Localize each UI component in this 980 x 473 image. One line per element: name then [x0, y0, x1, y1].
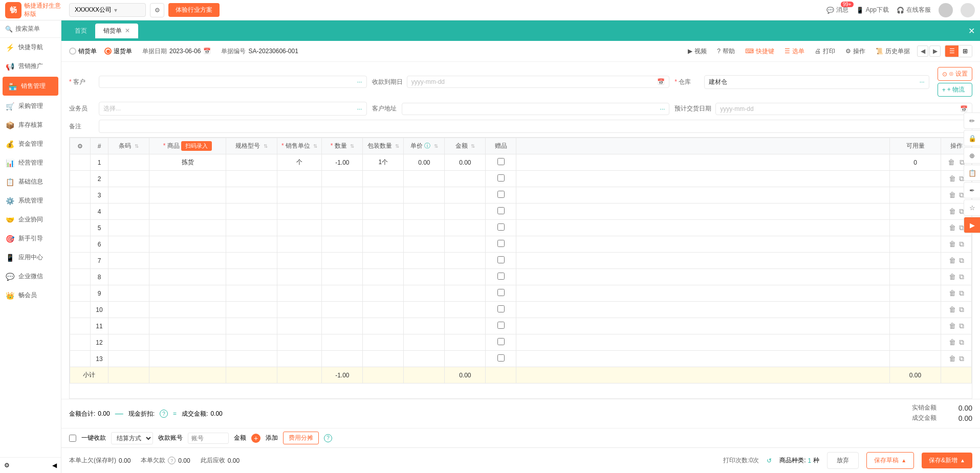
right-btn-orange[interactable]: ▶: [964, 217, 980, 233]
row-gift-checkbox[interactable]: [497, 223, 505, 231]
customer-addr-input[interactable]: ···: [402, 103, 670, 115]
row1-gift[interactable]: [486, 154, 516, 171]
sidebar-item-app-center[interactable]: 📱 应用中心: [0, 248, 61, 267]
expense-help-icon[interactable]: ?: [324, 434, 332, 442]
product-type-selector[interactable]: 商品种类: 1 种: [779, 456, 819, 465]
sidebar-item-wechat[interactable]: 💬 企业微信: [0, 267, 61, 286]
expected-calendar-icon[interactable]: 📅: [960, 105, 968, 112]
copy-icon[interactable]: ⧉: [959, 223, 964, 232]
copy-icon[interactable]: ⧉: [959, 289, 964, 297]
copy-icon[interactable]: ⧉: [959, 240, 964, 248]
salesperson-input[interactable]: 选择... ···: [99, 102, 367, 116]
copy-icon[interactable]: ⧉: [959, 273, 964, 281]
discount-help-icon[interactable]: ?: [160, 410, 168, 418]
row-gift-checkbox[interactable]: [497, 289, 505, 296]
list-view-btn[interactable]: ☰: [945, 46, 959, 57]
row-gift-checkbox[interactable]: [497, 191, 505, 198]
ops-button[interactable]: ⚙ 操作: [842, 46, 868, 57]
delete-icon[interactable]: 🗑: [949, 223, 956, 232]
delete-icon[interactable]: 🗑: [949, 256, 956, 264]
right-btn-1[interactable]: ✏: [964, 112, 980, 129]
row-gift-checkbox[interactable]: [497, 207, 505, 214]
row1-unit[interactable]: 个: [277, 154, 322, 171]
sidebar-item-enterprise[interactable]: 🤝 企业协同: [0, 210, 61, 229]
online-service-button[interactable]: 🎧 在线客服: [897, 6, 931, 14]
right-btn-5[interactable]: ✒: [964, 182, 980, 198]
add-payment-button[interactable]: +: [251, 434, 260, 443]
settings-button[interactable]: ⊙ ⊙ 设置: [938, 67, 972, 81]
delete-icon[interactable]: 🗑: [949, 174, 956, 183]
doc-short-help-icon[interactable]: ?: [168, 457, 176, 464]
sidebar-item-purchase[interactable]: 🛒 采购管理: [0, 97, 61, 116]
right-btn-2[interactable]: 🔒: [964, 130, 980, 146]
right-btn-6[interactable]: ☆: [964, 199, 980, 216]
expected-date-input[interactable]: yyyy-mm-dd 📅: [715, 103, 972, 115]
one-click-pay-checkbox[interactable]: [69, 435, 76, 442]
right-btn-3[interactable]: ⊕: [964, 147, 980, 164]
settings-gear-button[interactable]: ⚙: [150, 3, 164, 17]
delete-icon[interactable]: 🗑: [949, 240, 956, 248]
row-gift-checkbox[interactable]: [497, 273, 505, 280]
app-download-button[interactable]: 📱 App下载: [856, 6, 889, 14]
video-button[interactable]: ▶ 视频: [685, 46, 710, 57]
salesperson-ellipsis[interactable]: ···: [357, 105, 362, 112]
save-new-button[interactable]: 保存&新增 ▲: [922, 453, 972, 468]
refresh-icon[interactable]: ↺: [767, 457, 772, 464]
help-button[interactable]: ? 帮助: [714, 46, 738, 57]
copy-icon[interactable]: ⧉: [959, 174, 964, 183]
row1-barcode[interactable]: [108, 154, 149, 171]
row1-product[interactable]: 拣货: [149, 154, 226, 171]
sidebar-search[interactable]: 🔍 搜索菜单: [0, 20, 61, 38]
sidebar-item-basic-info[interactable]: 📋 基础信息: [0, 172, 61, 191]
delete-icon[interactable]: 🗑: [949, 305, 956, 313]
account-input[interactable]: [188, 433, 229, 444]
collapse-icon[interactable]: ◀: [52, 462, 57, 469]
delete-icon[interactable]: 🗑: [949, 289, 956, 297]
warehouse-input[interactable]: 建材仓 ···: [704, 75, 929, 89]
user-avatar-2[interactable]: [961, 3, 975, 17]
copy-icon[interactable]: ⧉: [959, 305, 964, 313]
row1-qty[interactable]: -1.00: [322, 154, 363, 171]
copy-icon[interactable]: ⧉: [959, 207, 964, 215]
scan-button[interactable]: 扫码录入: [181, 141, 212, 151]
shortcut-button[interactable]: ⌨ 快捷键: [742, 46, 777, 57]
delete-icon[interactable]: 🗑: [949, 338, 956, 346]
sidebar-item-inventory[interactable]: 📦 库存核算: [0, 116, 61, 134]
company-selector[interactable]: XXXXXX公司 ▾: [69, 3, 146, 17]
delete-icon[interactable]: 🗑: [949, 322, 956, 330]
row1-spec[interactable]: [226, 154, 277, 171]
delete-icon[interactable]: 🗑: [949, 207, 956, 215]
prev-arrow[interactable]: ◀: [917, 46, 928, 57]
row-gift-checkbox[interactable]: [497, 240, 505, 247]
sidebar-item-finance[interactable]: 💰 资金管理: [0, 134, 61, 153]
row1-delete-icon[interactable]: 🗑: [948, 158, 955, 166]
row-gift-checkbox[interactable]: [497, 322, 505, 329]
expense-split-button[interactable]: 费用分摊: [283, 432, 319, 444]
price-info-icon[interactable]: ⓘ: [424, 142, 430, 149]
unit-sort-icon[interactable]: ⇅: [313, 143, 317, 149]
barcode-sort-icon[interactable]: ⇅: [135, 143, 139, 149]
tab-sales[interactable]: 销货单 ✕: [95, 24, 138, 38]
row-gift-checkbox[interactable]: [497, 305, 505, 312]
row1-amount[interactable]: 0.00: [445, 154, 486, 171]
row-gift-checkbox[interactable]: [497, 354, 505, 362]
customer-input[interactable]: ···: [99, 76, 367, 88]
delete-icon[interactable]: 🗑: [949, 191, 956, 199]
settlement-method-select[interactable]: 结算方式: [111, 432, 153, 444]
amount-sort-icon[interactable]: ⇅: [471, 143, 475, 149]
copy-icon[interactable]: ⧉: [959, 322, 964, 330]
trial-button[interactable]: 体验行业方案: [168, 3, 220, 17]
grid-view-btn[interactable]: ⊞: [959, 46, 972, 57]
spec-sort-icon[interactable]: ⇅: [264, 143, 268, 149]
sidebar-item-guide[interactable]: 🎯 新手引导: [0, 229, 61, 248]
sidebar-item-marketing[interactable]: 📢 营销推广: [0, 57, 61, 76]
sidebar-item-operations[interactable]: 📊 经营管理: [0, 153, 61, 172]
message-button[interactable]: 💬 消息 99+: [826, 6, 848, 14]
copy-icon[interactable]: ⧉: [959, 256, 964, 264]
copy-icon[interactable]: ⧉: [959, 191, 964, 199]
radio-sales[interactable]: 销货单: [69, 47, 97, 56]
qty-sort-icon[interactable]: ⇅: [350, 143, 354, 149]
price-sort-icon[interactable]: ⇅: [434, 143, 438, 149]
print-button[interactable]: 🖨 打印: [812, 46, 838, 57]
tab-home[interactable]: 首页: [67, 24, 95, 38]
